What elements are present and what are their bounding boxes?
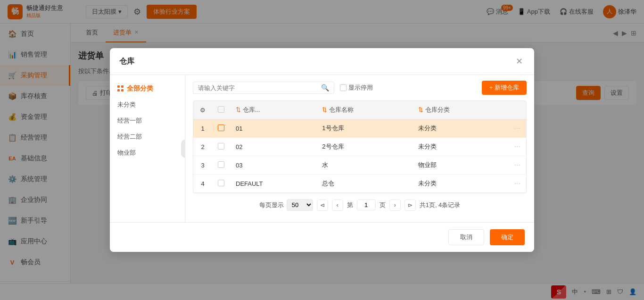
- table-row[interactable]: 2 02 2号仓库 未分类 ···: [193, 138, 526, 156]
- search-box: 🔍: [193, 82, 334, 94]
- dialog-header: 仓库 ✕: [110, 48, 534, 75]
- dialog-title: 仓库: [119, 57, 134, 67]
- row-checkbox-2[interactable]: [218, 161, 224, 168]
- table-row[interactable]: 3 03 水 物业部 ···: [193, 156, 526, 175]
- collapse-panel-btn[interactable]: 《: [181, 139, 185, 158]
- dialog-footer: 取消 确定: [110, 222, 534, 252]
- row-action[interactable]: ···: [509, 119, 526, 138]
- warehouse-toolbar: 🔍 显示停用 + 新增仓库: [193, 81, 527, 95]
- page-first-btn[interactable]: ⊲: [317, 200, 328, 211]
- page-last-btn[interactable]: ⊳: [405, 200, 416, 211]
- row-seq: 1: [193, 119, 212, 138]
- sort-code-icon: ⇅: [236, 106, 241, 113]
- page-next-btn[interactable]: ›: [389, 200, 401, 211]
- category-item-unclassified[interactable]: 未分类: [110, 97, 185, 113]
- row-seq: 3: [193, 156, 212, 175]
- warehouse-table: ⚙ ⇅ 仓库... ⇅ 仓库名称: [193, 100, 527, 193]
- row-name: 1号仓库: [316, 119, 413, 138]
- row-seq: 2: [193, 138, 212, 156]
- sort-name-icon: ⇅: [322, 106, 327, 113]
- col-gear: ⚙: [193, 101, 212, 119]
- add-warehouse-button[interactable]: + 新增仓库: [482, 81, 527, 95]
- row-category: 物业部: [413, 156, 509, 175]
- row-seq: 4: [193, 175, 212, 193]
- row-more-icon: ···: [514, 142, 520, 150]
- category-item-dept1[interactable]: 经营一部: [110, 113, 185, 129]
- row-code: 03: [230, 156, 316, 175]
- show-disabled-label[interactable]: 显示停用: [340, 83, 373, 92]
- row-code: 01: [230, 119, 316, 138]
- row-checkbox-3[interactable]: [218, 180, 224, 186]
- category-item-property[interactable]: 物业部: [110, 145, 185, 161]
- row-checkbox-1[interactable]: [218, 143, 224, 150]
- confirm-button[interactable]: 确定: [490, 229, 525, 245]
- row-category: 未分类: [413, 119, 509, 138]
- dialog-close-button[interactable]: ✕: [513, 56, 525, 67]
- page-info: 共1页, 4条记录: [420, 201, 461, 209]
- page-prev-btn[interactable]: ‹: [332, 200, 343, 211]
- grid-icon: [117, 85, 124, 92]
- table-row[interactable]: 1 01 1号仓库 未分类 ···: [193, 119, 526, 138]
- pagination: 每页显示 50 10 20 100 ⊲ ‹ 第 页 › ⊳: [193, 193, 527, 217]
- row-checkbox-0[interactable]: [218, 125, 224, 131]
- table-row[interactable]: 4 DEFAULT 总仓 未分类 ···: [193, 175, 526, 193]
- col-category: ⇅ 仓库分类: [413, 101, 509, 119]
- row-code: DEFAULT: [230, 175, 316, 193]
- row-action[interactable]: ···: [509, 175, 526, 193]
- category-all-item[interactable]: 全部分类: [110, 81, 185, 97]
- search-input[interactable]: [198, 84, 321, 92]
- sort-cat-icon: ⇅: [418, 106, 423, 113]
- row-more-icon: ···: [514, 179, 520, 187]
- row-name: 总仓: [316, 175, 413, 193]
- warehouse-dialog: 仓库 ✕ 全部分类 未分类 经营一部 经营二部: [110, 48, 534, 252]
- row-action[interactable]: ···: [509, 156, 526, 175]
- row-category: 未分类: [413, 138, 509, 156]
- category-panel: 全部分类 未分类 经营一部 经营二部 物业部 《: [110, 75, 185, 222]
- select-all-checkbox[interactable]: [218, 106, 224, 113]
- row-name: 水: [316, 156, 413, 175]
- category-all-label: 全部分类: [127, 84, 153, 93]
- modal-overlay[interactable]: 仓库 ✕ 全部分类 未分类 经营一部 经营二部: [0, 0, 644, 300]
- cancel-button[interactable]: 取消: [448, 229, 484, 245]
- row-category: 未分类: [413, 175, 509, 193]
- col-checkbox: [212, 101, 230, 119]
- row-action[interactable]: ···: [509, 138, 526, 156]
- row-more-icon: ···: [514, 161, 520, 169]
- search-icon[interactable]: 🔍: [321, 84, 329, 92]
- row-more-icon: ···: [514, 124, 520, 132]
- col-code: ⇅ 仓库...: [230, 101, 316, 119]
- category-item-dept2[interactable]: 经营二部: [110, 129, 185, 145]
- row-code: 02: [230, 138, 316, 156]
- show-disabled-checkbox[interactable]: [340, 84, 347, 91]
- row-name: 2号仓库: [316, 138, 413, 156]
- page-number-input[interactable]: [357, 200, 376, 210]
- dialog-body: 全部分类 未分类 经营一部 经营二部 物业部 《: [110, 75, 534, 222]
- page-size-select[interactable]: 50 10 20 100: [287, 199, 313, 211]
- warehouse-panel: 🔍 显示停用 + 新增仓库 ⚙: [185, 75, 534, 222]
- col-name: ⇅ 仓库名称: [316, 101, 413, 119]
- page-size-selector: 每页显示 50 10 20 100: [259, 199, 313, 211]
